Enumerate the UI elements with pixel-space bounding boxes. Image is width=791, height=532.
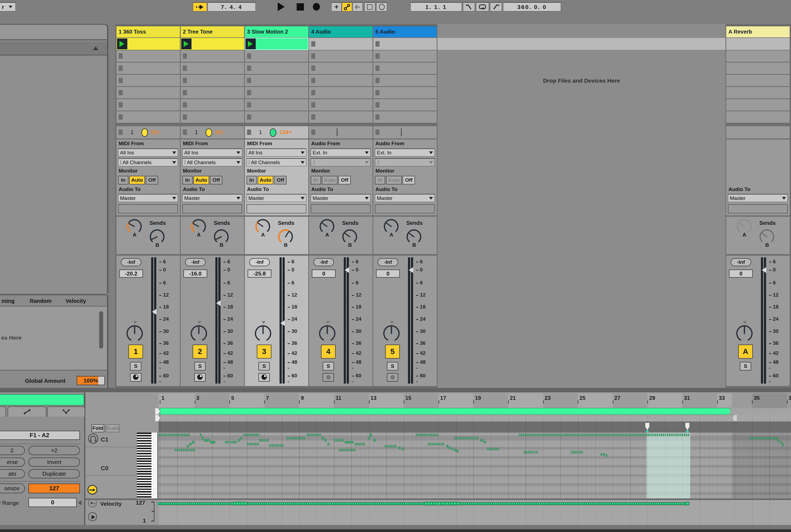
midi-note[interactable] bbox=[287, 437, 288, 439]
midi-note[interactable] bbox=[373, 439, 376, 441]
midi-note[interactable] bbox=[657, 434, 658, 436]
clip-slot-empty[interactable] bbox=[181, 62, 244, 74]
input-source-dropdown[interactable]: All Ins bbox=[118, 149, 178, 156]
clip-stop-button[interactable] bbox=[247, 53, 251, 59]
clip-slot-empty[interactable] bbox=[181, 75, 244, 86]
midi-note[interactable] bbox=[519, 434, 520, 436]
clip-stop-button[interactable] bbox=[183, 90, 187, 95]
midi-note[interactable] bbox=[342, 439, 344, 441]
clip-slot-empty[interactable] bbox=[245, 87, 308, 98]
midi-note[interactable] bbox=[238, 439, 240, 441]
stop-all-button[interactable] bbox=[375, 130, 379, 135]
midi-note[interactable] bbox=[684, 434, 685, 436]
midi-note[interactable] bbox=[571, 451, 572, 453]
locator-pin-icon[interactable] bbox=[645, 423, 649, 430]
midi-note[interactable] bbox=[663, 434, 664, 436]
midi-note[interactable] bbox=[756, 437, 757, 439]
output-dropdown[interactable]: Master bbox=[311, 194, 371, 202]
track-header[interactable]: 5 Audio bbox=[373, 26, 437, 37]
clip-slot-empty[interactable] bbox=[181, 111, 244, 123]
midi-note[interactable] bbox=[179, 449, 180, 451]
double-time-button[interactable]: ×2 bbox=[29, 446, 80, 455]
midi-note[interactable] bbox=[490, 448, 491, 450]
midi-note[interactable] bbox=[540, 434, 541, 436]
lane-play-icon[interactable] bbox=[88, 512, 97, 521]
midi-note[interactable] bbox=[758, 437, 759, 439]
midi-note[interactable] bbox=[187, 445, 189, 448]
midi-note[interactable] bbox=[420, 434, 421, 436]
midi-note[interactable] bbox=[259, 439, 261, 441]
midi-note[interactable] bbox=[782, 443, 784, 447]
clip-slot[interactable] bbox=[116, 38, 180, 50]
input-channel-dropdown[interactable]: ⁞ All Channels bbox=[246, 158, 306, 166]
midi-note[interactable] bbox=[587, 434, 589, 436]
midi-note[interactable] bbox=[428, 443, 429, 445]
midi-note[interactable] bbox=[573, 434, 574, 436]
midi-note[interactable] bbox=[652, 434, 654, 436]
midi-note[interactable] bbox=[430, 443, 432, 445]
clip-slot-empty[interactable] bbox=[116, 50, 180, 62]
midi-note[interactable] bbox=[655, 434, 656, 436]
monitor-off-button[interactable]: Off bbox=[274, 176, 287, 185]
midi-note[interactable] bbox=[180, 434, 181, 436]
midi-note[interactable] bbox=[594, 434, 595, 436]
output-dropdown[interactable]: Master bbox=[246, 194, 306, 202]
midi-note[interactable] bbox=[586, 434, 587, 436]
time-selection-highlight[interactable] bbox=[647, 433, 690, 498]
midi-note[interactable] bbox=[395, 445, 396, 448]
midi-note[interactable] bbox=[233, 441, 235, 443]
track-header[interactable]: 1 360 Toss bbox=[116, 26, 180, 37]
clip-slot-empty[interactable] bbox=[116, 75, 180, 86]
reenable-automation-button[interactable] bbox=[353, 2, 363, 12]
midi-note[interactable] bbox=[524, 451, 525, 453]
clip-stop-button[interactable] bbox=[183, 53, 187, 59]
clip-slot-empty[interactable] bbox=[309, 62, 373, 74]
clip-slot-empty[interactable] bbox=[245, 99, 308, 111]
clip-slot-empty[interactable] bbox=[726, 111, 790, 123]
midi-note[interactable] bbox=[189, 443, 191, 445]
midi-note[interactable] bbox=[165, 434, 167, 436]
output-channel-box[interactable] bbox=[728, 204, 788, 213]
clip-stop-button[interactable] bbox=[311, 53, 315, 59]
midi-note[interactable] bbox=[280, 444, 281, 447]
midi-note[interactable] bbox=[255, 443, 257, 445]
monitor-in-button[interactable]: In bbox=[375, 176, 385, 185]
midi-note[interactable] bbox=[623, 434, 624, 436]
midi-note[interactable] bbox=[659, 434, 660, 436]
piano-keyboard[interactable] bbox=[137, 433, 158, 498]
midi-note[interactable] bbox=[608, 434, 610, 436]
midi-note[interactable] bbox=[389, 445, 390, 448]
midi-note[interactable] bbox=[454, 449, 456, 451]
clip-stop-button[interactable] bbox=[119, 90, 123, 95]
monitor-off-button[interactable]: Off bbox=[402, 176, 415, 185]
midi-note[interactable] bbox=[352, 449, 353, 451]
midi-note[interactable] bbox=[301, 437, 303, 439]
loop-switch-button[interactable] bbox=[476, 2, 489, 12]
midi-note[interactable] bbox=[320, 434, 321, 436]
input-channel-dropdown[interactable]: 1 bbox=[311, 158, 371, 166]
note-range-display[interactable]: F1 - A2 bbox=[0, 431, 80, 440]
velocity-marker-selected[interactable] bbox=[685, 502, 690, 506]
clip-stop-button[interactable] bbox=[247, 102, 251, 108]
midi-note[interactable] bbox=[339, 449, 340, 451]
midi-note[interactable] bbox=[477, 437, 479, 439]
midi-note[interactable] bbox=[225, 441, 226, 443]
midi-note[interactable] bbox=[427, 434, 428, 436]
midi-note[interactable] bbox=[615, 434, 616, 436]
monitor-in-button[interactable]: In bbox=[118, 176, 128, 185]
midi-note[interactable] bbox=[669, 434, 671, 436]
midi-note[interactable] bbox=[471, 437, 472, 439]
midi-note[interactable] bbox=[175, 449, 176, 451]
midi-note[interactable] bbox=[295, 437, 297, 439]
clip-stop-button[interactable] bbox=[119, 53, 123, 59]
midi-note[interactable] bbox=[229, 441, 231, 443]
midi-note[interactable] bbox=[361, 443, 362, 445]
midi-note[interactable] bbox=[188, 434, 190, 436]
midi-note[interactable] bbox=[621, 434, 622, 436]
midi-note[interactable] bbox=[527, 434, 528, 436]
selected-scene-row[interactable] bbox=[437, 38, 726, 50]
clip-slot[interactable] bbox=[726, 38, 790, 50]
clip-slot-empty[interactable] bbox=[245, 50, 308, 62]
midi-note[interactable] bbox=[438, 443, 440, 445]
clip-color-header[interactable] bbox=[0, 394, 84, 405]
